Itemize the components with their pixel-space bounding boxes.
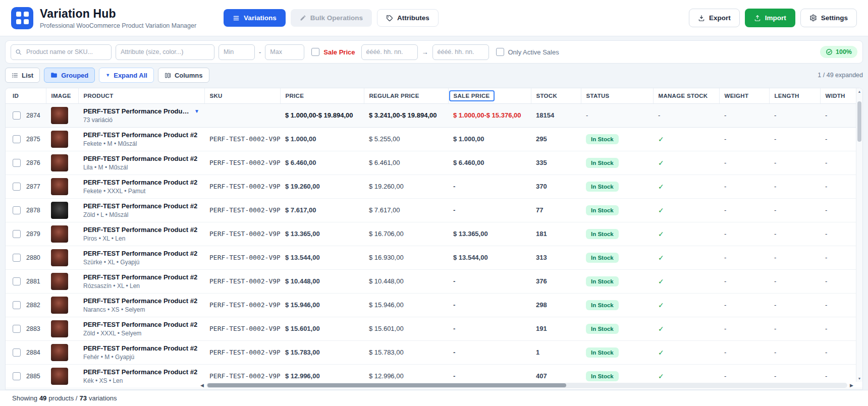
- row-checkbox[interactable]: [13, 183, 21, 191]
- search-input[interactable]: [11, 44, 112, 60]
- variant-attributes: Fekete • M • Műszál: [83, 140, 199, 147]
- row-checkbox[interactable]: [13, 159, 21, 167]
- col-header-status[interactable]: STATUS: [581, 88, 653, 103]
- vertical-scrollbar-thumb[interactable]: [857, 101, 861, 142]
- row-checkbox[interactable]: [13, 135, 21, 143]
- table-row: 2878 PERF-TEST Performance Product #2 ▼ …: [6, 198, 863, 222]
- col-header-regular-price[interactable]: REGULAR PRICE: [364, 88, 448, 103]
- product-thumbnail: [51, 178, 68, 195]
- product-count: 49: [39, 394, 46, 402]
- row-checkbox[interactable]: [13, 254, 21, 262]
- stock-cell: 1: [531, 340, 581, 364]
- regular-price-cell: $ 19.260,00: [364, 175, 448, 198]
- row-checkbox[interactable]: [13, 325, 21, 333]
- weight-cell: -: [719, 246, 769, 269]
- sale-date-from-input[interactable]: [361, 44, 418, 60]
- col-header-product[interactable]: PRODUCT: [78, 88, 204, 103]
- stock-cell: 295: [531, 127, 581, 151]
- row-checkbox[interactable]: [13, 111, 21, 120]
- table-header-row: ID IMAGE PRODUCT SKU PRICE REGULAR PRICE…: [6, 88, 863, 103]
- scroll-up-arrow-icon[interactable]: ▲: [858, 90, 861, 93]
- variant-attributes: Zöld • XXXL • Selyem: [83, 330, 199, 337]
- product-name: PERF-TEST Performance Product #2: [83, 250, 197, 257]
- col-header-sale-price[interactable]: SALE PRICE: [448, 88, 531, 103]
- min-price-input[interactable]: [219, 44, 255, 60]
- row-id: 2881: [26, 278, 40, 285]
- stock-cell: 18154: [531, 103, 581, 127]
- tab-variations[interactable]: Variations: [224, 9, 286, 27]
- tab-variations-label: Variations: [244, 14, 277, 22]
- filter-bar: - Sale Price → Only Active Sales 100%: [5, 40, 863, 64]
- sale-date-to-input[interactable]: [432, 44, 489, 60]
- status-badge: In Stock: [586, 134, 619, 144]
- grouped-view-button[interactable]: Grouped: [44, 68, 95, 83]
- scroll-left-arrow-icon[interactable]: ◀: [200, 383, 204, 388]
- product-name: PERF-TEST Performance Product #2: [83, 202, 197, 210]
- col-header-length[interactable]: LENGTH: [769, 88, 820, 103]
- settings-button-label: Settings: [821, 14, 848, 22]
- length-cell: -: [769, 269, 820, 293]
- price-cell: $ 6.460,00: [280, 151, 364, 175]
- table-row: 2882 PERF-TEST Performance Product #2 ▼ …: [6, 293, 863, 317]
- upload-icon: [754, 15, 761, 22]
- length-cell: -: [769, 340, 820, 364]
- sku-cell: PERF-TEST-0002-V9P-FEH: [204, 340, 280, 364]
- variations-table: ID IMAGE PRODUCT SKU PRICE REGULAR PRICE…: [6, 88, 863, 388]
- columns-button[interactable]: Columns: [158, 68, 209, 83]
- tab-attributes[interactable]: Attributes: [377, 9, 439, 27]
- col-header-id[interactable]: ID: [6, 88, 46, 103]
- product-name: PERF-TEST Performance Product #2: [83, 179, 197, 186]
- sku-cell: PERF-TEST-0002-V9P: [204, 127, 280, 151]
- list-view-button[interactable]: List: [5, 68, 40, 83]
- check-circle-icon: [826, 48, 833, 55]
- variant-attributes: Kék • XS • Len: [83, 377, 199, 384]
- col-header-image[interactable]: IMAGE: [46, 88, 78, 103]
- regular-price-cell: $ 15.946,00: [364, 293, 448, 317]
- row-checkbox[interactable]: [13, 301, 21, 309]
- attribute-filter-input[interactable]: [116, 44, 214, 60]
- horizontal-scrollbar[interactable]: ◀ ▶: [200, 382, 853, 388]
- weight-cell: -: [719, 198, 769, 222]
- row-id: 2877: [26, 183, 40, 190]
- collapse-caret-icon[interactable]: ▼: [194, 108, 199, 114]
- manage-stock-cell: ✓: [653, 340, 719, 364]
- sale-price-checkbox[interactable]: [311, 48, 319, 56]
- scroll-down-arrow-icon[interactable]: ▼: [858, 377, 861, 380]
- col-header-weight[interactable]: WEIGHT: [719, 88, 769, 103]
- row-checkbox[interactable]: [13, 230, 21, 238]
- export-button[interactable]: Export: [689, 9, 740, 27]
- col-header-manage-stock[interactable]: MANAGE STOCK: [653, 88, 719, 103]
- tab-bulk-operations[interactable]: Bulk Operations: [291, 9, 372, 27]
- scroll-right-arrow-icon[interactable]: ▶: [850, 383, 853, 388]
- manage-stock-cell: ✓: [653, 222, 719, 246]
- row-checkbox[interactable]: [13, 206, 21, 214]
- sku-cell: PERF-TEST-0002-V9P-NAR: [204, 293, 280, 317]
- showing-label: Showing: [12, 394, 37, 402]
- vertical-scrollbar[interactable]: ▲ ▼: [856, 88, 862, 382]
- row-id: 2876: [26, 159, 40, 166]
- row-checkbox[interactable]: [13, 372, 21, 380]
- only-active-sales-checkbox[interactable]: [496, 48, 504, 56]
- row-id: 2883: [26, 325, 40, 332]
- caret-down-icon: ▼: [105, 73, 110, 78]
- length-cell: -: [769, 175, 820, 198]
- col-header-price[interactable]: PRICE: [280, 88, 364, 103]
- expand-all-label: Expand All: [114, 72, 147, 79]
- status-bar: Showing 49 products / 73 variations: [0, 390, 868, 406]
- row-checkbox[interactable]: [13, 349, 21, 357]
- regular-price-cell: $ 16.706,00: [364, 222, 448, 246]
- price-cell: $ 15.783,00: [280, 340, 364, 364]
- col-header-stock[interactable]: STOCK: [531, 88, 581, 103]
- horizontal-scrollbar-track[interactable]: [206, 383, 847, 388]
- expand-all-button[interactable]: ▼ Expand All: [99, 68, 154, 83]
- regular-price-cell: $ 10.448,00: [364, 269, 448, 293]
- col-header-sku[interactable]: SKU: [204, 88, 280, 103]
- max-price-input[interactable]: [265, 44, 304, 60]
- manage-stock-cell: ✓: [653, 246, 719, 269]
- settings-button[interactable]: Settings: [800, 9, 857, 27]
- row-checkbox[interactable]: [13, 277, 21, 285]
- weight-cell: -: [719, 340, 769, 364]
- import-button[interactable]: Import: [745, 9, 795, 27]
- status-badge: In Stock: [586, 347, 619, 358]
- horizontal-scrollbar-thumb[interactable]: [207, 383, 566, 387]
